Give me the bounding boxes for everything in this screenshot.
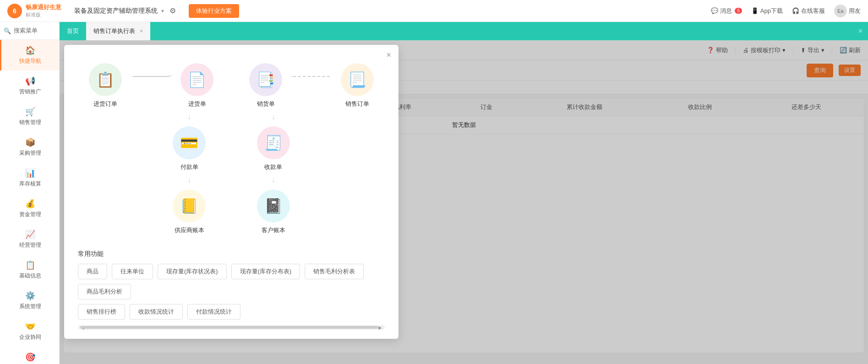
func-btn-product[interactable]: 商品 [78,264,107,279]
online-service-button[interactable]: 🎧 在线客服 [792,7,825,15]
app-title-text: 装备及固定资产辅助管理系统 [74,7,158,15]
sidebar-item-label: 企业协同 [19,333,41,341]
marketing-icon: 📢 [25,76,35,86]
func-btn-receipt-stats[interactable]: 收款情况统计 [130,304,183,320]
message-icon: 💬 [711,7,718,14]
tab-sales-order-label: 销售订单执行表 [93,27,135,35]
sales-order-label: 销售订单 [345,100,369,108]
customer-ledger-icon: 📓 [264,197,283,215]
purchase-bill-circle: 📄 [180,63,213,96]
func-btn-product-gross[interactable]: 商品毛利分析 [78,284,131,299]
arrow-down-pay: ↓ [162,176,217,185]
message-button[interactable]: 💬 消息 6 [711,7,742,15]
sidebar-item-basic-info[interactable]: 📋 基础信息 [0,255,59,285]
tab-close-all-button[interactable]: × [858,27,863,35]
sidebar-item-label: 基础信息 [19,272,41,280]
sidebar-item-purchase[interactable]: 📦 采购管理 [0,132,59,163]
newbie-icon: 🎯 [25,352,35,362]
flow-node-receipt[interactable]: 🧾 收款单 [246,122,301,176]
user-name: 用友 [849,7,861,15]
user-area[interactable]: Ea 用友 [834,5,861,17]
payment-circle: 💳 [173,126,206,159]
basic-info-icon: 📋 [25,260,35,270]
flow-row-2: 💳 付款单 🧾 收款单 [78,122,385,176]
flow-arrow-po-pb: → [133,76,169,95]
tab-home-label: 首页 [67,27,79,35]
header-right: 💬 消息 6 📱 App下载 🎧 在线客服 Ea 用友 [711,5,861,17]
sidebar-search[interactable]: 🔍 搜索菜单 [0,22,59,40]
flow-diagram: 📋 进货订单 → [78,59,385,239]
sidebar-item-quick-nav[interactable]: 🏠 快捷导航 [0,40,59,71]
purchase-order-icon: 📋 [96,71,115,88]
func-btn-sales-rank[interactable]: 销售排行榜 [78,304,125,320]
flow-node-sales-bill[interactable]: 📑 销货单 [238,59,293,113]
tab-sales-order[interactable]: 销售订单执行表 × [86,22,150,40]
func-btn-payment-stats[interactable]: 付款情况统计 [187,304,240,320]
sidebar: 🔍 搜索菜单 🏠 快捷导航 📢 营销推广 🛒 销售管理 📦 采购管理 📊 库存核… [0,22,60,364]
dropdown-icon[interactable]: ▾ [161,8,164,14]
customer-ledger-circle: 📓 [257,190,290,223]
sidebar-item-operations[interactable]: 📈 经营管理 [0,224,59,255]
flow-row-3: 📒 供应商账本 📓 客户账本 [78,185,385,239]
purchase-icon: 📦 [25,137,35,147]
sidebar-item-enterprise[interactable]: 🤝 企业协同 [0,316,59,347]
popup-close-button[interactable]: × [386,50,391,60]
flow-node-purchase-bill[interactable]: 📄 进货单 [169,59,224,113]
inventory-icon: 📊 [25,168,35,178]
flow-node-sales-order[interactable]: 📃 销售订单 [330,59,385,113]
func-btn-stock-status[interactable]: 现存量(库存状况表) [158,264,227,279]
sales-icon: 🛒 [25,107,35,117]
sidebar-item-label: 采购管理 [19,149,41,157]
func-btn-stock-dist[interactable]: 现存量(库存分布表) [231,264,300,279]
tab-home[interactable]: 首页 [60,22,86,40]
tab-close-icon[interactable]: × [140,28,143,34]
sidebar-item-label: 快捷导航 [19,57,41,65]
sidebar-item-finance[interactable]: 💰 资金管理 [0,193,59,224]
logo-area: 6 畅康通好生意 标准版 [7,4,67,18]
scrollbar-thumb[interactable] [80,326,378,329]
logo-sub: 标准版 [26,11,61,18]
flow-node-customer-ledger[interactable]: 📓 客户账本 [246,185,301,239]
receipt-label: 收款单 [264,163,282,171]
func-btn-sales-gross[interactable]: 销售毛利分析表 [305,264,364,279]
flow-node-purchase-order[interactable]: 📋 进货订单 [78,59,133,113]
purchase-bill-icon: 📄 [188,71,206,88]
func-btn-counterparty[interactable]: 往来单位 [112,264,153,279]
settings-icon[interactable]: ⚙ [169,6,176,15]
sales-bill-circle: 📑 [249,63,282,96]
flow-node-payment[interactable]: 💳 付款单 [162,122,217,176]
sidebar-item-label: 销售管理 [19,119,41,126]
sidebar-item-newbie[interactable]: 🎯 新手引导 [0,347,59,364]
flow-arrow-sb-so: ← [293,76,330,95]
online-service-label: 在线客服 [801,7,825,15]
sidebar-item-label: 经营管理 [19,241,41,249]
arrow-down-sb: ↓ [246,113,301,122]
content-area: 首页 销售订单执行表 × × ❓ 帮助 🖨 按模板打印 ▾ [60,22,868,364]
download-icon: 📱 [751,7,759,14]
logo-main: 畅康通好生意 [26,4,61,11]
flow-popup: × 📋 进货订单 [64,45,399,339]
function-buttons-row2: 销售排行榜 收款情况统计 付款情况统计 [78,304,385,320]
sidebar-item-marketing[interactable]: 📢 营销推广 [0,71,59,101]
trial-button[interactable]: 体验行业方案 [189,4,239,18]
tab-bar: 首页 销售订单执行表 × × [60,22,868,40]
sidebar-item-inventory[interactable]: 📊 库存核算 [0,163,59,193]
sidebar-item-label: 库存核算 [19,180,41,188]
sales-order-circle: 📃 [341,63,374,96]
popup-scrollbar[interactable]: ◀ ▶ [78,325,385,330]
sidebar-item-sales[interactable]: 🛒 销售管理 [0,101,59,132]
flow-node-supplier-ledger[interactable]: 📒 供应商账本 [162,185,217,239]
sidebar-item-system[interactable]: ⚙️ 系统管理 [0,285,59,316]
purchase-order-circle: 📋 [89,63,122,96]
app-download-button[interactable]: 📱 App下载 [751,7,783,15]
receipt-circle: 🧾 [257,126,290,159]
search-icon: 🔍 [4,27,11,34]
popup-overlay: × 📋 进货订单 [60,40,868,364]
scroll-right-button[interactable]: ▶ [376,325,385,330]
arrow-down-rec: ↓ [246,176,301,185]
service-icon: 🎧 [792,7,799,14]
page-content: ❓ 帮助 🖨 按模板打印 ▾ ⬆ 导出 ▾ 🔄 刷新 [60,40,868,364]
avatar: Ea [834,5,847,17]
supplier-ledger-circle: 📒 [173,190,206,223]
top-header: 6 畅康通好生意 标准版 装备及固定资产辅助管理系统 ▾ ⚙ 体验行业方案 💬 … [0,0,868,22]
